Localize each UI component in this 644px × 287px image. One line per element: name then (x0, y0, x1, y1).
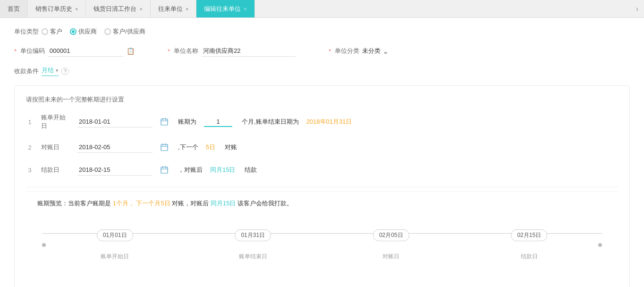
period-row-3: 3 结款日 ，对账后 同月15日 结款 (26, 164, 618, 176)
unit-type-radio-group: 客户 供应商 客户/供应商 (42, 27, 145, 36)
payment-terms-field: 收款条件 月结 ▾ ? (14, 66, 69, 76)
timeline-point-2-box: 01月31日 (235, 229, 271, 241)
timeline-point-2-label: 账单结束日 (239, 253, 267, 261)
unit-code-copy-icon[interactable]: 📋 (126, 47, 135, 55)
period-row-3-label: 结款日 (41, 166, 69, 174)
period-row-2-num: 2 (26, 144, 34, 151)
radio-customer-label: 客户 (50, 27, 62, 36)
timeline-point-3-box: 02月05日 (373, 229, 409, 241)
tab-cash-work-label: 钱货日清工作台 (93, 5, 136, 13)
unit-name-label: 单位名称 (174, 47, 198, 55)
unit-category-arrow-icon[interactable]: ⌄ (382, 47, 389, 56)
preview-part1: 1个月， (113, 200, 135, 207)
period-row-1-label: 账单开始日 (41, 113, 69, 130)
payment-terms-dropdown[interactable]: 月结 ▾ (42, 66, 59, 76)
tab-sales-history[interactable]: 销售订单历史 × (28, 0, 86, 17)
preview-part2: 下一个月5日 (136, 200, 170, 207)
tab-edit-partner[interactable]: 编辑往来单位 × (196, 0, 254, 17)
timeline-point-3: 02月05日 对账日 (373, 229, 409, 261)
radio-supplier[interactable]: 供应商 (70, 27, 97, 36)
unit-name-star: * (168, 48, 170, 55)
period-row-2-highlight: 5日 (206, 143, 215, 152)
settings-panel: 请按照未来的一个完整帐期进行设置 1 账单开始日 账期为 个月,账单结束日期为 … (14, 85, 630, 287)
period-row-1-date-input[interactable] (77, 116, 153, 127)
svg-rect-4 (161, 144, 168, 151)
period-row-3-desc-after: 结款 (245, 166, 257, 174)
period-row-1-desc-before: 账期为 (178, 118, 196, 126)
unit-code-label: 单位编码 (20, 47, 45, 55)
period-row-1-calendar-icon[interactable] (160, 118, 169, 126)
timeline-point-4: 02月15日 结款日 (511, 229, 547, 261)
panel-divider (26, 187, 618, 187)
period-row-2-desc-before: ,下一个 (178, 143, 198, 152)
tab-edit-partner-label: 编辑往来单位 (204, 5, 241, 13)
preview-part3: 同月15日 (211, 200, 236, 207)
period-row-2-desc-after: 对账 (225, 143, 237, 152)
payment-terms-label: 收款条件 (14, 67, 39, 76)
period-row-2: 2 对账日 ,下一个 5日 对账 (26, 142, 618, 153)
unit-code-field: * 单位编码 📋 (14, 45, 135, 57)
preview-prefix: 账期预览：当前客户账期是 (37, 200, 111, 207)
period-row-1-desc-after: 个月,账单结束日期为 (242, 118, 299, 126)
period-months-input[interactable] (204, 117, 232, 127)
tab-home-label: 首页 (8, 5, 20, 13)
radio-customer[interactable]: 客户 (42, 27, 62, 36)
tab-cash-work[interactable]: 钱货日清工作台 × (86, 0, 150, 17)
unit-type-field: 单位类型 客户 供应商 客户/供应商 (14, 27, 145, 36)
unit-category-field: * 单位分类 未分类 ⌄ (329, 47, 433, 56)
timeline-point-2: 01月31日 账单结束日 (235, 229, 271, 261)
unit-category-label: 单位分类 (335, 47, 359, 55)
period-row-3-highlight: 同月15日 (210, 166, 235, 174)
payment-terms-arrow-icon[interactable]: ▾ (56, 68, 59, 74)
tab-edit-partner-close[interactable]: × (244, 6, 246, 12)
tab-home[interactable]: 首页 (0, 0, 28, 17)
unit-code-input[interactable] (48, 45, 123, 57)
timeline-point-1-box: 01月01日 (97, 229, 133, 241)
unit-category-dropdown[interactable]: 未分类 ⌄ (362, 47, 433, 56)
period-row-3-num: 3 (26, 167, 34, 174)
timeline-start-dot (42, 243, 46, 247)
payment-terms-row: 收款条件 月结 ▾ ? (14, 66, 630, 76)
tab-bar: 首页 销售订单历史 × 钱货日清工作台 × 往来单位 × 编辑往来单位 × › (0, 0, 644, 18)
unit-category-star: * (329, 48, 331, 55)
unit-code-star: * (14, 48, 17, 55)
radio-customer-supplier-circle (104, 28, 111, 35)
radio-supplier-circle (70, 28, 76, 35)
period-row-1-num: 1 (26, 118, 34, 126)
period-row-1-end-date: 2018年01月31日 (306, 118, 352, 126)
svg-rect-0 (161, 119, 168, 125)
panel-title: 请按照未来的一个完整帐期进行设置 (26, 95, 618, 104)
radio-supplier-label: 供应商 (78, 27, 97, 36)
tab-partners[interactable]: 往来单位 × (151, 0, 196, 17)
preview-section: 账期预览：当前客户账期是 1个月， 下一个月5日 对账，对账后 同月15日 该客… (26, 191, 618, 215)
tab-cash-work-close[interactable]: × (139, 6, 142, 12)
period-row-1: 1 账单开始日 账期为 个月,账单结束日期为 2018年01月31日 (26, 113, 618, 130)
radio-customer-supplier[interactable]: 客户/供应商 (104, 27, 145, 36)
unit-type-label: 单位类型 (14, 27, 39, 36)
period-row-2-calendar-icon[interactable] (160, 143, 169, 152)
main-content: 单位类型 客户 供应商 客户/供应商 * 单位编码 (0, 18, 644, 287)
tab-partners-close[interactable]: × (186, 6, 188, 12)
tab-sales-history-label: 销售订单历史 (35, 5, 72, 13)
payment-terms-help-icon[interactable]: ? (61, 68, 69, 75)
period-row-2-label: 对账日 (41, 143, 69, 152)
payment-terms-value: 月结 (42, 66, 54, 75)
period-row-2-date-input[interactable] (77, 142, 153, 153)
preview-suffix: 该客户会给我打款。 (237, 200, 293, 207)
period-row-3-date-input[interactable] (77, 164, 153, 176)
timeline-point-1: 01月01日 账单开始日 (97, 229, 133, 261)
radio-customer-circle (42, 28, 48, 35)
svg-rect-8 (161, 167, 168, 173)
timeline-section: 01月01日 账单开始日 01月31日 账单结束日 02月05日 对账日 02月… (26, 215, 618, 279)
timeline-points: 01月01日 账单开始日 01月31日 账单结束日 02月05日 对账日 02月… (46, 229, 598, 261)
radio-customer-supplier-label: 客户/供应商 (113, 27, 145, 36)
period-row-3-calendar-icon[interactable] (160, 166, 169, 174)
period-row-3-desc-before: ，对账后 (178, 166, 203, 174)
timeline-point-1-label: 账单开始日 (101, 253, 129, 261)
timeline-point-3-label: 对账日 (382, 253, 399, 261)
tab-sales-history-close[interactable]: × (75, 6, 78, 12)
unit-category-value: 未分类 (362, 47, 381, 55)
unit-name-input[interactable] (201, 45, 296, 57)
timeline-end-dot (598, 243, 602, 247)
tab-expand-button[interactable]: › (630, 0, 644, 17)
